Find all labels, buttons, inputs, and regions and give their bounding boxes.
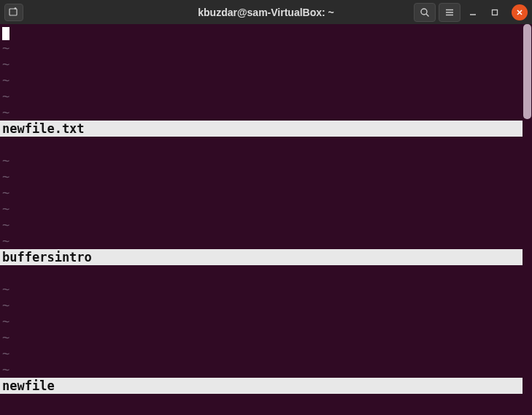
empty-line-tilde: ~ <box>0 330 523 346</box>
empty-line-tilde: ~ <box>0 56 523 72</box>
empty-line-tilde: ~ <box>0 346 523 362</box>
empty-line-tilde: ~ <box>0 281 523 297</box>
empty-line-tilde: ~ <box>0 201 523 217</box>
empty-line-tilde: ~ <box>0 40 523 56</box>
new-tab-icon <box>9 7 19 18</box>
vim-split-2[interactable]: ~~~~~~ <box>0 265 523 378</box>
search-icon <box>420 7 430 18</box>
empty-line-tilde: ~ <box>0 313 523 330</box>
empty-line-tilde: ~ <box>0 88 523 104</box>
empty-line-tilde: ~ <box>0 185 523 201</box>
menu-button[interactable] <box>439 3 460 22</box>
svg-point-3 <box>421 9 427 15</box>
svg-rect-0 <box>9 9 17 15</box>
buffer-line[interactable] <box>0 24 523 40</box>
empty-line-tilde: ~ <box>0 217 523 233</box>
scrollbar[interactable] <box>523 24 532 415</box>
vim-split-0[interactable]: ~~~~~ <box>0 24 523 121</box>
window-title: kbuzdar@sam-VirtualBox: ~ <box>198 7 334 18</box>
titlebar-right <box>414 3 528 22</box>
svg-rect-9 <box>493 9 498 15</box>
empty-line-tilde: ~ <box>0 169 523 185</box>
maximize-icon <box>490 8 499 17</box>
empty-line-tilde: ~ <box>0 233 523 249</box>
search-button[interactable] <box>414 3 436 22</box>
buffer-line[interactable] <box>0 265 523 281</box>
empty-line-tilde: ~ <box>0 104 523 121</box>
vim-split-1[interactable]: ~~~~~~ <box>0 137 523 249</box>
cursor <box>2 27 9 40</box>
hamburger-icon <box>444 7 455 18</box>
minimize-icon <box>469 8 477 17</box>
terminal-area[interactable]: ~~~~~newfile.txt~~~~~~buffersintro~~~~~~… <box>0 24 532 415</box>
vim-statusbar: buffersintro <box>0 249 523 265</box>
minimize-button[interactable] <box>463 3 482 22</box>
titlebar: kbuzdar@sam-VirtualBox: ~ <box>0 0 532 24</box>
empty-line-tilde: ~ <box>0 297 523 313</box>
close-button[interactable] <box>512 4 528 20</box>
empty-line-tilde: ~ <box>0 362 523 378</box>
buffer-line[interactable] <box>0 137 523 153</box>
close-icon <box>516 9 523 16</box>
empty-line-tilde: ~ <box>0 153 523 169</box>
empty-line-tilde: ~ <box>0 72 523 88</box>
scrollbar-thumb[interactable] <box>523 24 531 119</box>
new-tab-button[interactable] <box>4 4 23 21</box>
maximize-button[interactable] <box>485 3 504 22</box>
vim-statusbar: newfile <box>0 378 523 394</box>
titlebar-left <box>4 4 26 21</box>
vim-statusbar: newfile.txt <box>0 121 523 137</box>
svg-line-4 <box>426 14 429 17</box>
